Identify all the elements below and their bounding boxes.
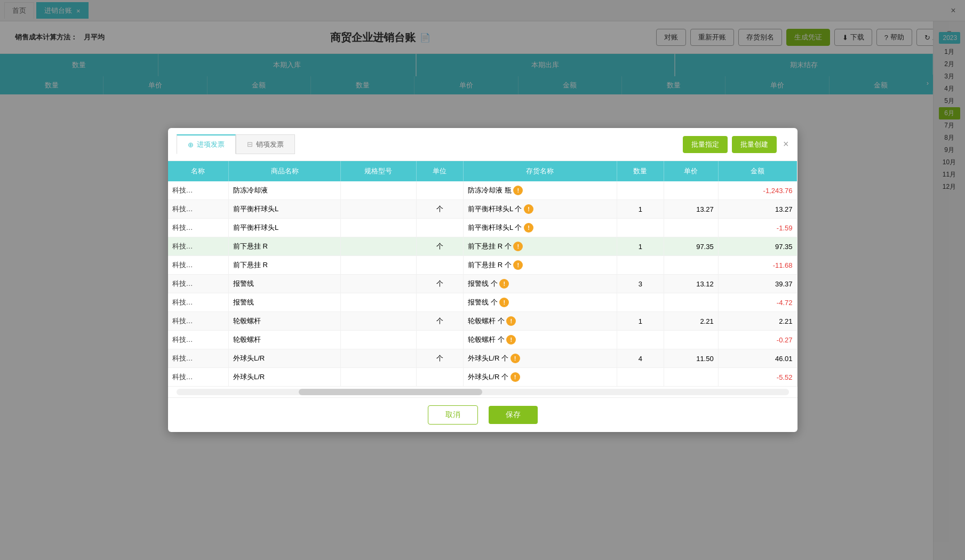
cell-name: 科技…: [168, 181, 229, 200]
cell-unit: [416, 256, 463, 275]
cell-goods: 前平衡杆球头L: [229, 219, 341, 237]
cell-qty: [617, 293, 664, 312]
invoice-in-icon: ⊕: [188, 141, 194, 149]
cell-amount: -0.27: [718, 331, 797, 349]
invoice-table: 名称 商品名称 规格型号 单位 存货名称 数量 单价 金额 科技… 防冻冷却液: [168, 161, 797, 387]
warning-icon[interactable]: !: [499, 298, 509, 307]
cell-spec: [341, 256, 417, 275]
cell-price: 11.50: [664, 349, 718, 368]
table-row: 科技… 前下悬挂 R 个 前下悬挂 R 个 ! 1 97.35 97.35: [168, 237, 797, 256]
warning-icon[interactable]: !: [513, 242, 523, 251]
cell-stock: 外球头L/R 个 !: [464, 368, 617, 387]
cell-price: 13.12: [664, 275, 718, 293]
table-row: 科技… 外球头L/R 个 外球头L/R 个 ! 4 11.50 46.01: [168, 349, 797, 368]
cell-amount: 46.01: [718, 349, 797, 368]
cell-spec: [341, 349, 417, 368]
table-row: 科技… 报警线 报警线 个 ! -4.72: [168, 293, 797, 312]
tab-income-invoice[interactable]: ⊕ 进项发票: [177, 134, 236, 154]
cell-qty: 1: [617, 237, 664, 256]
cell-stock: 前下悬挂 R 个 !: [464, 237, 617, 256]
batch-create-button[interactable]: 批量创建: [732, 136, 777, 153]
cell-qty: [617, 219, 664, 237]
cell-name: 科技…: [168, 275, 229, 293]
batch-assign-button[interactable]: 批量指定: [683, 136, 728, 153]
cell-stock: 前平衡杆球头L 个 !: [464, 200, 617, 219]
cell-goods: 外球头L/R: [229, 349, 341, 368]
cell-name: 科技…: [168, 293, 229, 312]
tab-sales-invoice[interactable]: ⊟ 销项发票: [236, 134, 295, 154]
table-row: 科技… 前平衡杆球头L 个 前平衡杆球头L 个 ! 1 13.27 13.27: [168, 200, 797, 219]
warning-icon[interactable]: !: [524, 204, 533, 214]
cell-price: [664, 256, 718, 275]
cell-unit: [416, 181, 463, 200]
cell-name: 科技…: [168, 237, 229, 256]
warning-icon[interactable]: !: [511, 372, 520, 382]
warning-icon[interactable]: !: [506, 316, 516, 326]
table-row: 科技… 报警线 个 报警线 个 ! 3 13.12 39.37: [168, 275, 797, 293]
modal-header: ⊕ 进项发票 ⊟ 销项发票 批量指定 批量创建 ×: [168, 128, 797, 161]
warning-icon[interactable]: !: [506, 335, 516, 345]
cell-amount: 13.27: [718, 200, 797, 219]
cell-spec: [341, 331, 417, 349]
table-row: 科技… 轮毂螺杆 个 轮毂螺杆 个 ! 1 2.21 2.21: [168, 312, 797, 331]
cell-goods: 前下悬挂 R: [229, 237, 341, 256]
cell-unit: 个: [416, 312, 463, 331]
table-row: 科技… 前下悬挂 R 前下悬挂 R 个 ! -11.68: [168, 256, 797, 275]
cell-stock: 前平衡杆球头L 个 !: [464, 219, 617, 237]
modal-dialog: ⊕ 进项发票 ⊟ 销项发票 批量指定 批量创建 ×: [168, 128, 797, 432]
th-stock: 存货名称: [464, 161, 617, 181]
modal-close-button[interactable]: ×: [783, 139, 789, 150]
warning-icon[interactable]: !: [524, 223, 533, 233]
cell-unit: [416, 219, 463, 237]
cell-name: 科技…: [168, 219, 229, 237]
cell-price: 97.35: [664, 237, 718, 256]
cell-unit: 个: [416, 275, 463, 293]
cell-name: 科技…: [168, 368, 229, 387]
cell-goods: 报警线: [229, 275, 341, 293]
cell-amount: 97.35: [718, 237, 797, 256]
main-area: 销售成本计算方法： 月平均 商贸企业进销台账 📄 对账 重新开账 存货别名 生成…: [0, 21, 965, 560]
table-row: 科技… 前平衡杆球头L 前平衡杆球头L 个 ! -1.59: [168, 219, 797, 237]
cell-amount: -11.68: [718, 256, 797, 275]
cell-name: 科技…: [168, 312, 229, 331]
table-row: 科技… 外球头L/R 外球头L/R 个 ! -5.52: [168, 368, 797, 387]
cell-goods: 轮毂螺杆: [229, 312, 341, 331]
modal-overlay: ⊕ 进项发票 ⊟ 销项发票 批量指定 批量创建 ×: [0, 0, 965, 560]
cell-unit: 个: [416, 237, 463, 256]
cell-qty: 4: [617, 349, 664, 368]
modal-horizontal-scrollbar[interactable]: [177, 389, 789, 395]
cell-price: 13.27: [664, 200, 718, 219]
th-amount: 金额: [718, 161, 797, 181]
cell-amount: -1.59: [718, 219, 797, 237]
cell-stock: 报警线 个 !: [464, 293, 617, 312]
cell-unit: 个: [416, 349, 463, 368]
cell-goods: 报警线: [229, 293, 341, 312]
cell-spec: [341, 200, 417, 219]
cell-price: [664, 331, 718, 349]
modal-footer: 取消 保存: [168, 397, 797, 432]
cell-spec: [341, 293, 417, 312]
cell-stock: 防冻冷却液 瓶 !: [464, 181, 617, 200]
warning-icon[interactable]: !: [513, 186, 523, 195]
cell-spec: [341, 219, 417, 237]
cell-qty: [617, 368, 664, 387]
cell-price: [664, 368, 718, 387]
warning-icon[interactable]: !: [499, 279, 509, 289]
cell-qty: [617, 331, 664, 349]
cell-unit: [416, 368, 463, 387]
th-name: 名称: [168, 161, 229, 181]
cell-price: [664, 219, 718, 237]
cancel-button[interactable]: 取消: [428, 405, 478, 425]
cell-qty: 1: [617, 312, 664, 331]
table-row: 科技… 轮毂螺杆 轮毂螺杆 个 ! -0.27: [168, 331, 797, 349]
th-spec: 规格型号: [341, 161, 417, 181]
warning-icon[interactable]: !: [511, 354, 520, 363]
save-button[interactable]: 保存: [489, 406, 538, 424]
cell-amount: -1,243.76: [718, 181, 797, 200]
cell-goods: 防冻冷却液: [229, 181, 341, 200]
th-qty: 数量: [617, 161, 664, 181]
cell-stock: 报警线 个 !: [464, 275, 617, 293]
scrollbar-thumb[interactable]: [299, 389, 482, 395]
cell-amount: 2.21: [718, 312, 797, 331]
warning-icon[interactable]: !: [513, 260, 523, 270]
